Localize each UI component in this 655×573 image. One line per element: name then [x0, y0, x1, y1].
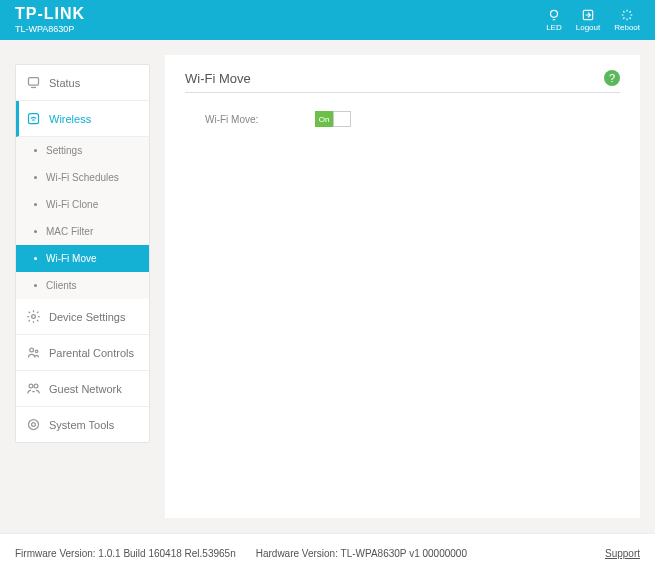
- sidebar-item-guest-network[interactable]: Guest Network: [16, 371, 149, 407]
- sidebar-item-system-tools[interactable]: System Tools: [16, 407, 149, 442]
- svg-point-0: [550, 10, 557, 17]
- parental-controls-icon: [26, 345, 41, 360]
- wireless-subnav: Settings Wi-Fi Schedules Wi-Fi Clone MAC…: [16, 137, 149, 299]
- svg-point-8: [34, 384, 38, 388]
- wifi-move-label: Wi-Fi Move:: [205, 114, 315, 125]
- sidebar-item-label: Status: [49, 77, 80, 89]
- reboot-icon: [620, 8, 634, 22]
- sub-item-label: Clients: [46, 280, 77, 291]
- firmware-version: Firmware Version: 1.0.1 Build 160418 Rel…: [15, 548, 236, 559]
- nav-group: Status Wireless Settings Wi-Fi Schedules…: [15, 64, 150, 443]
- logout-icon: [581, 8, 595, 22]
- sub-item-wifi-schedules[interactable]: Wi-Fi Schedules: [16, 164, 149, 191]
- sidebar-item-label: Parental Controls: [49, 347, 134, 359]
- wifi-move-toggle[interactable]: On: [315, 111, 351, 127]
- hardware-version: Hardware Version: TL-WPA8630P v1 0000000…: [256, 548, 467, 559]
- support-link[interactable]: Support: [605, 548, 640, 559]
- led-button[interactable]: LED: [546, 8, 562, 32]
- svg-point-6: [35, 350, 38, 353]
- led-label: LED: [546, 23, 562, 32]
- sidebar: Status Wireless Settings Wi-Fi Schedules…: [0, 40, 150, 533]
- device-settings-icon: [26, 309, 41, 324]
- sidebar-item-label: Device Settings: [49, 311, 125, 323]
- sidebar-item-parental-controls[interactable]: Parental Controls: [16, 335, 149, 371]
- footer: Firmware Version: 1.0.1 Build 160418 Rel…: [0, 533, 655, 573]
- sub-item-settings[interactable]: Settings: [16, 137, 149, 164]
- sub-item-wifi-clone[interactable]: Wi-Fi Clone: [16, 191, 149, 218]
- svg-point-4: [32, 315, 36, 319]
- reboot-label: Reboot: [614, 23, 640, 32]
- sidebar-item-wireless[interactable]: Wireless: [16, 101, 149, 137]
- brand-area: TP-LINK TL-WPA8630P: [15, 6, 85, 34]
- led-icon: [547, 8, 561, 22]
- model-number: TL-WPA8630P: [15, 24, 85, 34]
- guest-network-icon: [26, 381, 41, 396]
- panel-header: Wi-Fi Move ?: [185, 70, 620, 93]
- sidebar-item-label: Wireless: [49, 113, 91, 125]
- sidebar-item-label: Guest Network: [49, 383, 122, 395]
- footer-versions: Firmware Version: 1.0.1 Build 160418 Rel…: [15, 548, 467, 559]
- content-panel: Wi-Fi Move ? Wi-Fi Move: On: [165, 55, 640, 518]
- svg-point-10: [32, 423, 36, 427]
- header-bar: TP-LINK TL-WPA8630P LED Logout Reboot: [0, 0, 655, 40]
- sub-item-label: MAC Filter: [46, 226, 93, 237]
- system-tools-icon: [26, 417, 41, 432]
- svg-point-7: [29, 384, 33, 388]
- svg-point-9: [29, 420, 39, 430]
- logout-button[interactable]: Logout: [576, 8, 600, 32]
- reboot-button[interactable]: Reboot: [614, 8, 640, 32]
- sub-item-mac-filter[interactable]: MAC Filter: [16, 218, 149, 245]
- help-button[interactable]: ?: [604, 70, 620, 86]
- sub-item-label: Settings: [46, 145, 82, 156]
- toggle-knob: [333, 111, 351, 127]
- svg-rect-3: [29, 114, 39, 124]
- sub-item-wifi-move[interactable]: Wi-Fi Move: [16, 245, 149, 272]
- sub-item-label: Wi-Fi Clone: [46, 199, 98, 210]
- svg-point-5: [30, 348, 34, 352]
- logout-label: Logout: [576, 23, 600, 32]
- svg-rect-2: [29, 78, 39, 86]
- sidebar-item-device-settings[interactable]: Device Settings: [16, 299, 149, 335]
- sidebar-item-status[interactable]: Status: [16, 65, 149, 101]
- sidebar-item-label: System Tools: [49, 419, 114, 431]
- header-actions: LED Logout Reboot: [546, 8, 640, 32]
- wifi-move-row: Wi-Fi Move: On: [185, 109, 620, 129]
- wireless-icon: [26, 111, 41, 126]
- sub-item-label: Wi-Fi Move: [46, 253, 97, 264]
- page-title: Wi-Fi Move: [185, 71, 251, 86]
- sub-item-clients[interactable]: Clients: [16, 272, 149, 299]
- sub-item-label: Wi-Fi Schedules: [46, 172, 119, 183]
- status-icon: [26, 75, 41, 90]
- toggle-on-label: On: [315, 111, 333, 127]
- brand-logo: TP-LINK: [15, 6, 85, 22]
